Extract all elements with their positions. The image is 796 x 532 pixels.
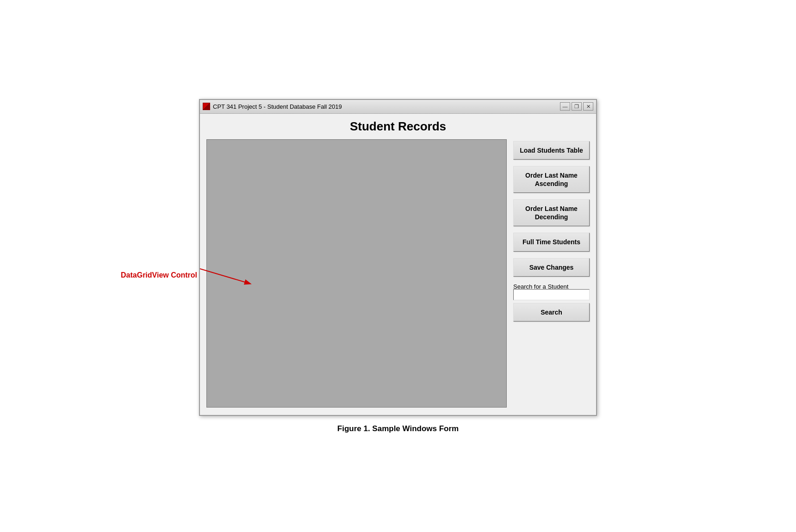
main-area: DataGridView Control xyxy=(206,139,590,408)
search-button[interactable]: Search xyxy=(513,303,590,322)
close-button[interactable]: ✕ xyxy=(583,102,593,111)
figure-caption: Figure 1. Sample Windows Form xyxy=(337,424,459,433)
order-desc-button[interactable]: Order Last Name Decending xyxy=(513,199,590,226)
buttons-panel: Load Students Table Order Last Name Asce… xyxy=(513,139,590,322)
order-asc-button[interactable]: Order Last Name Ascending xyxy=(513,166,590,193)
application-window: CPT 341 Project 5 - Student Database Fal… xyxy=(199,99,597,416)
svg-line-1 xyxy=(200,269,250,284)
page-wrapper: CPT 341 Project 5 - Student Database Fal… xyxy=(199,99,597,433)
app-icon xyxy=(203,103,210,110)
minimize-button[interactable]: — xyxy=(560,102,570,111)
annotation-label: DataGridView Control xyxy=(121,270,197,280)
annotation: DataGridView Control xyxy=(121,264,255,287)
title-bar-left: CPT 341 Project 5 - Student Database Fal… xyxy=(203,103,342,110)
title-bar: CPT 341 Project 5 - Student Database Fal… xyxy=(200,100,596,114)
form-title: Student Records xyxy=(206,119,590,134)
title-bar-controls: — ❐ ✕ xyxy=(560,102,593,111)
annotation-container: DataGridView Control xyxy=(206,139,507,408)
maximize-button[interactable]: ❐ xyxy=(572,102,582,111)
window-content: Student Records DataGridView Control xyxy=(200,114,596,415)
load-students-button[interactable]: Load Students Table xyxy=(513,141,590,160)
annotation-arrow-icon xyxy=(200,264,255,287)
search-section: Search for a Student Search xyxy=(513,283,590,322)
window-title: CPT 341 Project 5 - Student Database Fal… xyxy=(213,103,342,110)
save-changes-button[interactable]: Save Changes xyxy=(513,258,590,277)
search-input[interactable] xyxy=(513,289,590,300)
full-time-students-button[interactable]: Full Time Students xyxy=(513,233,590,251)
grid-area: DataGridView Control xyxy=(206,139,507,408)
